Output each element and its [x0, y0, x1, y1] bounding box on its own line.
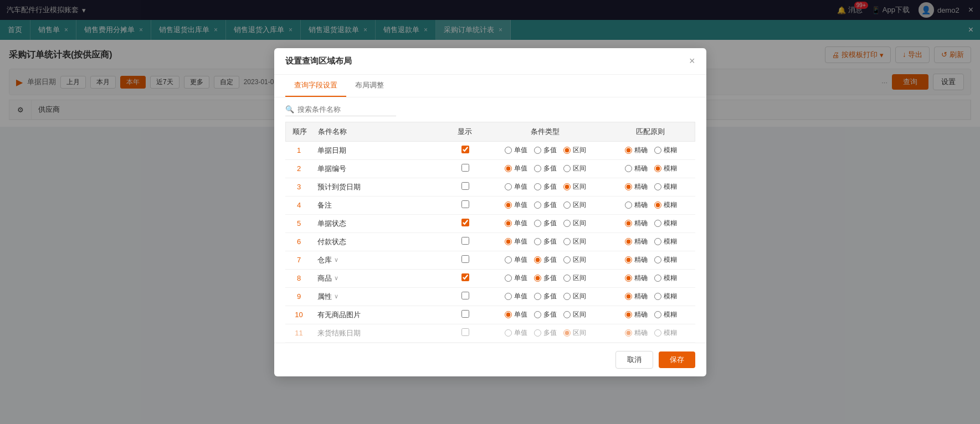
- modal-tab-fields-label: 查询字段设置: [294, 81, 337, 89]
- col-header-match: 匹配原则: [606, 127, 695, 127]
- modal-header: 设置查询区域布局 ×: [274, 48, 706, 75]
- search-icon: 🔍: [285, 105, 294, 113]
- search-box: 🔍: [285, 103, 396, 116]
- modal-tab-layout-label: 布局调整: [355, 81, 384, 89]
- modal-title: 设置查询区域布局: [285, 56, 352, 66]
- modal-tab-layout[interactable]: 布局调整: [346, 75, 393, 97]
- modal-search-area: 🔍: [274, 97, 706, 122]
- col-header-order: 顺序: [286, 127, 314, 127]
- modal-tab-fields[interactable]: 查询字段设置: [285, 75, 346, 97]
- modal-close-button[interactable]: ×: [689, 56, 695, 66]
- modal-table-header: 顺序 条件名称 显示 条件类型 匹配原则: [285, 122, 695, 127]
- col-header-name: 条件名称: [314, 127, 445, 127]
- modal-table-header-wrapper: 顺序 条件名称 显示 条件类型 匹配原则: [274, 122, 706, 127]
- modal-tab-bar: 查询字段设置 布局调整: [274, 75, 706, 97]
- search-input[interactable]: [294, 105, 396, 113]
- settings-modal: 设置查询区域布局 × 查询字段设置 布局调整 🔍 顺序 条件名称 显示: [274, 48, 706, 127]
- col-header-show: 显示: [445, 127, 484, 127]
- modal-overlay: 设置查询区域布局 × 查询字段设置 布局调整 🔍 顺序 条件名称 显示: [0, 0, 980, 127]
- col-header-type: 条件类型: [484, 127, 606, 127]
